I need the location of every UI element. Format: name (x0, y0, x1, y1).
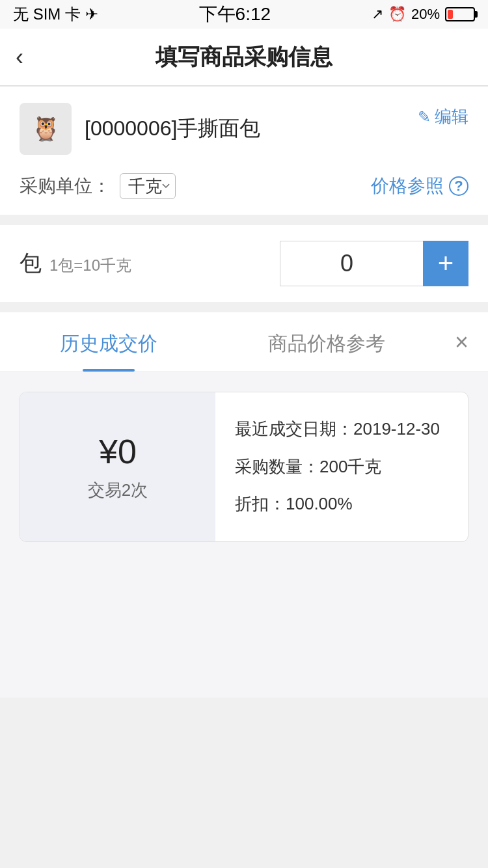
quantity-label: 包 1包=10千克 (20, 249, 131, 278)
price-card: ¥0 交易2次 最近成交日期：2019-12-30 采购数量：200千克 折扣：… (20, 392, 468, 542)
quantity-section: 包 1包=10千克 + (0, 225, 488, 302)
tab-price-reference[interactable]: 商品价格参考 (217, 312, 435, 372)
unit-select[interactable]: 千克 克 斤 包 (120, 173, 176, 199)
status-right: ↗ ⏰ 20% (372, 6, 475, 23)
nav-bar: ‹ 填写商品采购信息 (0, 29, 488, 86)
tab-price-reference-label: 商品价格参考 (268, 332, 385, 354)
price-ref-button[interactable]: 价格参照 ? (371, 174, 468, 198)
battery-fill (448, 10, 453, 19)
price-card-right: 最近成交日期：2019-12-30 采购数量：200千克 折扣：100.00% (215, 392, 468, 541)
product-thumbnail: 🦉 (20, 103, 72, 155)
tab-history-price[interactable]: 历史成交价 (0, 312, 217, 372)
section-divider (0, 215, 488, 225)
tabs-row: 历史成交价 商品价格参考 × (0, 312, 488, 372)
help-icon: ? (449, 176, 468, 196)
quantity-controls: + (280, 241, 468, 286)
product-name: [0000006]手撕面包 (85, 115, 260, 143)
price-detail-discount: 折扣：100.00% (235, 491, 448, 518)
quantity-label-text: 采购数量： (235, 457, 319, 476)
quantity-unit-small: 1包=10千克 (49, 255, 131, 276)
quantity-plus-button[interactable]: + (423, 241, 468, 286)
alarm-icon: ⏰ (388, 6, 406, 23)
edit-label: 编辑 (435, 105, 468, 128)
content-area: ¥0 交易2次 最近成交日期：2019-12-30 采购数量：200千克 折扣：… (0, 372, 488, 698)
back-button[interactable]: ‹ (16, 44, 23, 71)
price-trades: 交易2次 (88, 479, 148, 502)
product-bottom: 采购单位： 千克 克 斤 包 价格参照 ? (20, 173, 468, 199)
product-top: 🦉 [0000006]手撕面包 ✎ 编辑 (20, 103, 468, 155)
product-section: 🦉 [0000006]手撕面包 ✎ 编辑 采购单位： 千克 克 斤 包 价格参照… (0, 87, 488, 215)
price-card-left: ¥0 交易2次 (20, 392, 215, 541)
status-time: 下午6:12 (199, 2, 271, 27)
tab-close-button[interactable]: × (435, 316, 488, 369)
tabs-section: 历史成交价 商品价格参考 × (0, 312, 488, 372)
status-left: 无 SIM 卡 ✈ (13, 4, 98, 25)
quantity-value: 200千克 (319, 457, 381, 476)
page-title: 填写商品采购信息 (156, 42, 332, 72)
sim-signal-label: 无 SIM 卡 ✈ (13, 4, 98, 25)
quantity-unit-big: 包 (20, 249, 42, 278)
date-value: 2019-12-30 (353, 419, 440, 439)
tab-history-price-label: 历史成交价 (60, 332, 157, 354)
discount-value: 100.00% (286, 494, 353, 513)
unit-row: 采购单位： 千克 克 斤 包 (20, 173, 176, 199)
location-icon: ↗ (372, 6, 383, 23)
price-currency-symbol: ¥ (99, 433, 118, 470)
discount-label: 折扣： (235, 494, 286, 513)
price-ref-label: 价格参照 (371, 174, 444, 198)
price-detail-quantity: 采购数量：200千克 (235, 454, 448, 481)
unit-label: 采购单位： (20, 174, 111, 198)
edit-icon: ✎ (418, 108, 431, 126)
edit-button[interactable]: ✎ 编辑 (418, 105, 468, 128)
status-bar: 无 SIM 卡 ✈ 下午6:12 ↗ ⏰ 20% (0, 0, 488, 29)
price-value: ¥0 (99, 432, 137, 471)
product-left: 🦉 [0000006]手撕面包 (20, 103, 260, 155)
battery-indicator (445, 7, 475, 21)
price-detail-date: 最近成交日期：2019-12-30 (235, 416, 448, 443)
quantity-input[interactable] (280, 241, 423, 286)
price-amount: 0 (118, 433, 137, 470)
product-thumb-icon: 🦉 (31, 115, 61, 142)
battery-percent: 20% (411, 6, 440, 23)
date-label: 最近成交日期： (235, 419, 353, 439)
